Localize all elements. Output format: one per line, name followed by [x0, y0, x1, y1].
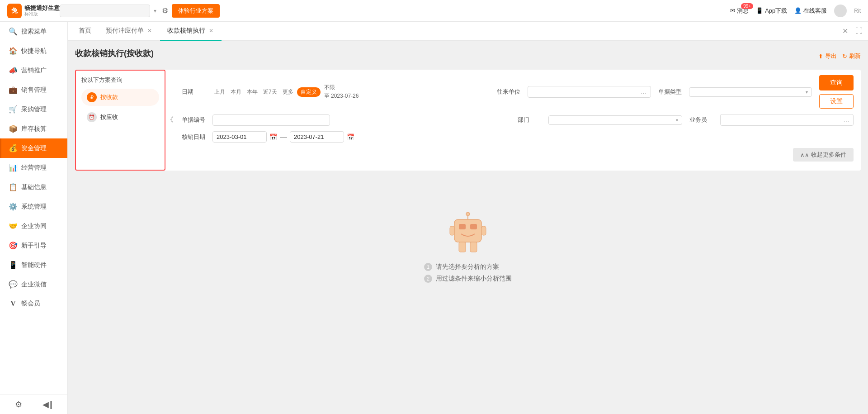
query-button[interactable]: 查询	[819, 75, 854, 90]
warehouse-icon: 📦	[9, 124, 18, 133]
date-btn-this-year[interactable]: 本年	[245, 87, 259, 97]
refresh-button[interactable]: ↻ 刷新	[842, 52, 861, 60]
sidebar-item-search-menu[interactable]: 🔍 搜索菜单	[0, 22, 67, 41]
message-area[interactable]: ✉ 消息 99+	[730, 7, 749, 15]
filter-right: 日期 上月 本月 本年 近7天 更多 自定义 不限 至	[175, 70, 861, 171]
top-bar-right: ✉ 消息 99+ 📱 App下载 👤 在线客服 Rit	[730, 5, 861, 17]
sidebar-item-member[interactable]: V 畅会员	[0, 294, 67, 313]
counter-party-label: 往来单位	[497, 88, 524, 96]
sidebar-item-sales[interactable]: 💼 销售管理	[0, 80, 67, 100]
date-shortcuts: 上月 本月 本年 近7天 更多 自定义	[212, 87, 321, 97]
sidebar-item-purchase[interactable]: 🛒 采购管理	[0, 100, 67, 119]
tab-prepay-offset[interactable]: 预付冲应付单 ✕	[99, 22, 160, 41]
counter-party-more-icon[interactable]: …	[641, 88, 647, 95]
system-icon: ⚙️	[9, 202, 18, 211]
bill-no-input[interactable]	[212, 114, 330, 126]
tab-bar: 首页 预付冲应付单 ✕ 收款核销执行 ✕ ✕ ⛶	[68, 22, 868, 41]
top-search-area: ▾ ⚙ 体验行业方案	[60, 4, 730, 18]
logo-text: 畅捷通好生意 标准版	[24, 5, 60, 17]
message-badge: 99+	[741, 3, 753, 9]
export-icon: ⬆	[818, 53, 823, 60]
dept-dropdown-icon[interactable]: ▾	[676, 118, 678, 123]
calendar-start-icon[interactable]: 📅	[269, 133, 277, 141]
tip-num-2: 2	[424, 275, 432, 283]
svg-rect-3	[450, 226, 454, 235]
bill-no-group: 单据编号	[182, 114, 510, 126]
sales-icon: 💼	[9, 86, 18, 94]
sidebar-item-enterprise[interactable]: 🤝 企业协同	[0, 216, 67, 236]
gear-icon[interactable]: ⚙	[162, 6, 168, 15]
sidebar-item-system[interactable]: ⚙️ 系统管理	[0, 197, 67, 216]
sidebar-item-quick-nav[interactable]: 🏠 快捷导航	[0, 41, 67, 61]
username-label: Rit	[854, 8, 861, 14]
filter-option-by-receipt[interactable]: ₽ 按收款	[81, 89, 159, 106]
industry-btn[interactable]: 体验行业方案	[172, 4, 220, 18]
filter-row-1: 日期 上月 本月 本年 近7天 更多 自定义 不限 至	[182, 75, 854, 109]
sidebar-item-marketing[interactable]: 📣 营销推广	[0, 61, 67, 80]
setting-button[interactable]: 设置	[819, 94, 854, 109]
tab-close-all-icon[interactable]: ✕	[840, 25, 850, 37]
cart-icon: 🛒	[9, 105, 18, 114]
dept-group: 部门 ▾	[518, 115, 682, 125]
sidebar-label-member: 畅会员	[21, 300, 40, 308]
empty-state: 1 请先选择要分析的方案 2 用过滤条件来缩小分析范围	[75, 174, 861, 319]
collapse-panel-arrow[interactable]: 《	[165, 70, 175, 171]
chart-icon: 📊	[9, 163, 18, 172]
sidebar-item-business[interactable]: 📊 经营管理	[0, 158, 67, 177]
sidebar-label-quick-nav: 快捷导航	[21, 47, 47, 55]
tab-receipt-close[interactable]: ✕	[208, 27, 214, 35]
verify-date-end-input[interactable]	[290, 131, 344, 143]
bill-type-label: 单据类型	[658, 88, 685, 96]
tip-num-1: 1	[424, 263, 432, 271]
tab-receipt-offset[interactable]: 收款核销执行 ✕	[160, 22, 222, 41]
sidebar: 🔍 搜索菜单 🏠 快捷导航 📣 营销推广 💼 销售管理 🛒 采购管理 📦 库存核…	[0, 22, 68, 414]
bill-type-select[interactable]: ▾	[689, 87, 812, 97]
calendar-end-icon[interactable]: 📅	[347, 133, 354, 141]
message-icon: ✉	[730, 7, 735, 14]
date-btn-7days[interactable]: 近7天	[261, 87, 279, 97]
wechat-icon: 💬	[9, 280, 18, 289]
staff-label: 业务员	[689, 116, 717, 124]
service-icon: 👤	[794, 7, 802, 14]
filter-row-3: 核销日期 📅 — 📅	[182, 131, 854, 143]
date-btn-last-month[interactable]: 上月	[212, 87, 227, 97]
date-btn-this-month[interactable]: 本月	[229, 87, 243, 97]
tab-prepay-close[interactable]: ✕	[146, 27, 153, 35]
sidebar-item-basic-info[interactable]: 📋 基础信息	[0, 177, 67, 197]
tab-home[interactable]: 首页	[71, 22, 99, 41]
svg-rect-5	[459, 242, 466, 252]
chevron-down-icon[interactable]: ▾	[154, 8, 156, 14]
date-btn-more[interactable]: 更多	[281, 87, 295, 97]
export-button[interactable]: ⬆ 导出	[818, 52, 837, 60]
date-dash: —	[280, 133, 287, 141]
user-avatar[interactable]	[834, 5, 847, 17]
sidebar-item-inventory[interactable]: 📦 库存核算	[0, 119, 67, 138]
tab-expand-icon[interactable]: ⛶	[854, 25, 864, 37]
dept-select[interactable]: ▾	[548, 115, 682, 125]
settings-gear-icon[interactable]: ⚙	[15, 400, 22, 409]
date-btn-custom[interactable]: 自定义	[297, 87, 321, 97]
megaphone-icon: 📣	[9, 66, 18, 75]
staff-more-icon[interactable]: …	[843, 116, 849, 124]
date-no-limit: 不限	[324, 84, 359, 91]
verify-date-label: 核销日期	[182, 133, 209, 141]
filter-option-by-receivable[interactable]: ⏰ 按应收	[81, 109, 159, 126]
online-service[interactable]: 👤 在线客服	[794, 7, 827, 15]
staff-select[interactable]: …	[720, 114, 854, 126]
receipt-icon: ₽	[87, 92, 97, 102]
counter-party-group: 往来单位 …	[497, 86, 651, 98]
sidebar-label-enterprise: 企业协同	[21, 222, 47, 230]
verify-date-start-input[interactable]	[212, 131, 267, 143]
sidebar-item-finance[interactable]: 💰 资金管理	[0, 138, 67, 158]
sidebar-item-wechat[interactable]: 💬 企业微信	[0, 275, 67, 294]
counter-party-select[interactable]: …	[528, 86, 651, 98]
app-download[interactable]: 📱 App下载	[756, 7, 787, 15]
sidebar-item-hardware[interactable]: 📱 智能硬件	[0, 255, 67, 275]
bill-type-dropdown-icon[interactable]: ▾	[806, 90, 808, 95]
sidebar-item-guide[interactable]: 🎯 新手引导	[0, 236, 67, 255]
collapse-sidebar-icon[interactable]: ◀‖	[42, 400, 53, 409]
empty-tip-2: 2 用过滤条件来缩小分析范围	[424, 275, 512, 283]
collapse-more-button[interactable]: ∧∧ 收起更多条件	[793, 148, 854, 162]
top-bar: 兔 畅捷通好生意 标准版 ▾ ⚙ 体验行业方案 ✉ 消息 99+ 📱 App下载…	[0, 0, 868, 22]
top-search-input[interactable]	[60, 5, 150, 17]
